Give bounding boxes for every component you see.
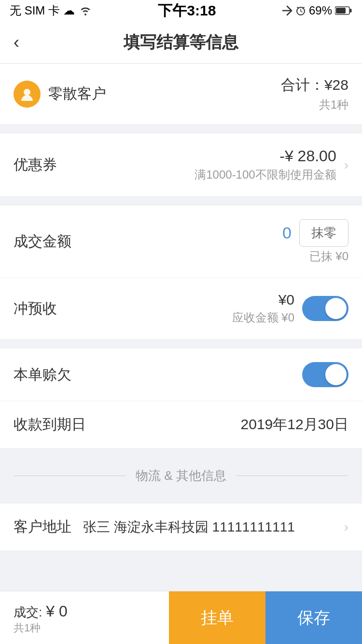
address-chevron-icon: ›: [344, 519, 348, 535]
transaction-value-area: 抹零 已抹 ¥0: [243, 219, 348, 264]
prepayment-right: ¥0 应收金额 ¥0: [71, 292, 348, 325]
hang-button[interactable]: 挂单: [169, 591, 265, 644]
round-off-button[interactable]: 抹零: [299, 219, 348, 247]
due-date-value: 2019年12月30日: [241, 415, 348, 434]
divider-3: [0, 339, 362, 349]
status-bar: 无 SIM 卡 ☁ 下午3:18 69%: [0, 0, 362, 21]
divider-2: [0, 196, 362, 206]
page-title: 填写结算等信息: [124, 31, 238, 54]
battery-level: 69%: [309, 4, 332, 17]
coupon-discount: -¥ 28.00: [195, 147, 336, 165]
svg-point-4: [24, 89, 30, 96]
back-button[interactable]: ‹: [14, 32, 19, 53]
due-date-label: 收款到期日: [14, 415, 86, 434]
debit-section: 本单赊欠 收款到期日 2019年12月30日: [0, 349, 362, 448]
divider-1: [0, 124, 362, 134]
transaction-sub: 已抹 ¥0: [243, 249, 348, 264]
alarm-icon: [295, 5, 306, 16]
logistics-header: 物流 & 其他信息: [0, 458, 362, 494]
transaction-section: 成交金额 抹零 已抹 ¥0 冲预收 ¥0 应收金额 ¥0: [0, 206, 362, 339]
bottom-bar: 成交: ¥ 0 共1种 挂单 保存: [0, 591, 362, 644]
customer-info-left: 零散客户: [14, 81, 106, 108]
bottom-transaction-label: 成交:: [14, 604, 42, 621]
address-section: 客户地址 张三 海淀永丰科技园 11111111111 ›: [0, 504, 362, 550]
debit-toggle[interactable]: [302, 362, 348, 387]
bottom-count: 共1种: [14, 621, 155, 635]
customer-count: 共1种: [281, 97, 348, 112]
prepayment-value-area: ¥0 应收金额 ¥0: [232, 292, 294, 325]
debit-label: 本单赊欠: [14, 365, 71, 385]
prepayment-sub: 应收金额 ¥0: [232, 310, 294, 325]
transaction-input[interactable]: [243, 224, 292, 242]
coupon-row[interactable]: 优惠券 -¥ 28.00 满1000-100不限制使用金额 ›: [0, 134, 362, 196]
status-left: 无 SIM 卡 ☁: [10, 3, 92, 18]
address-label: 客户地址: [14, 517, 71, 537]
content-area: 零散客户 合计：¥28 共1种 优惠券 -¥ 28.00 满1000-100不限…: [0, 64, 362, 550]
divider-5: [0, 494, 362, 504]
prepayment-toggle-knob: [325, 298, 347, 319]
transaction-label: 成交金额: [14, 232, 71, 252]
customer-section: 零散客户 合计：¥28 共1种: [0, 64, 362, 124]
prepayment-toggle[interactable]: [302, 296, 348, 321]
status-time: 下午3:18: [158, 1, 216, 21]
save-button[interactable]: 保存: [265, 591, 362, 644]
customer-name: 零散客户: [48, 84, 106, 104]
address-row[interactable]: 客户地址 张三 海淀永丰科技园 11111111111 ›: [0, 504, 362, 550]
customer-avatar: [14, 81, 41, 108]
logistics-header-text: 物流 & 其他信息: [126, 467, 236, 484]
status-right: 69%: [282, 4, 352, 17]
battery-icon: [335, 6, 352, 15]
divider-4: [0, 448, 362, 458]
debit-row: 本单赊欠: [0, 349, 362, 401]
coupon-right: -¥ 28.00 满1000-100不限制使用金额 ›: [71, 147, 348, 182]
svg-rect-3: [336, 8, 346, 14]
customer-total: 合计：¥28: [281, 75, 348, 95]
bottom-transaction-amount: ¥ 0: [46, 602, 67, 620]
address-value: 张三 海淀永丰科技园 11111111111: [83, 518, 333, 536]
prepayment-row: 冲预收 ¥0 应收金额 ¥0: [0, 278, 362, 339]
coupon-hint: 满1000-100不限制使用金额: [195, 167, 336, 182]
due-date-row: 收款到期日 2019年12月30日: [0, 401, 362, 448]
debit-right: [71, 362, 348, 387]
customer-right: 合计：¥28 共1种: [281, 75, 348, 112]
wifi-icon: [79, 6, 92, 15]
coupon-section: 优惠券 -¥ 28.00 满1000-100不限制使用金额 ›: [0, 134, 362, 196]
transaction-right: 抹零 已抹 ¥0: [71, 219, 348, 264]
coupon-label: 优惠券: [14, 155, 71, 175]
nav-bar: ‹ 填写结算等信息: [0, 21, 362, 64]
svg-rect-2: [349, 9, 351, 13]
bottom-info: 成交: ¥ 0 共1种: [0, 601, 169, 635]
transaction-row: 成交金额 抹零 已抹 ¥0: [0, 206, 362, 278]
coupon-value-area: -¥ 28.00 满1000-100不限制使用金额: [195, 147, 336, 182]
location-icon: [282, 5, 292, 16]
debit-toggle-knob: [325, 364, 347, 385]
coupon-chevron-icon: ›: [344, 157, 348, 173]
prepayment-value: ¥0: [232, 292, 294, 308]
sim-status: 无 SIM 卡 ☁: [10, 3, 75, 18]
prepayment-label: 冲预收: [14, 299, 71, 319]
